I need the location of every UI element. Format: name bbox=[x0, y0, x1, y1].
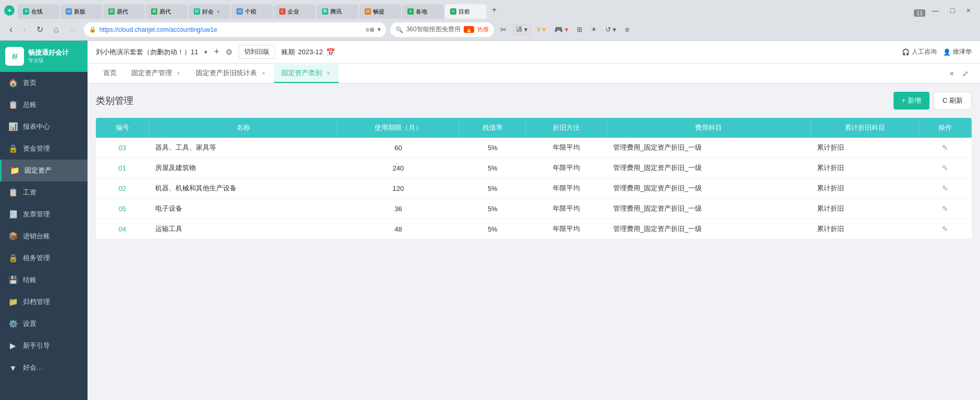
cell-id[interactable]: 05 bbox=[96, 199, 149, 219]
dropdown-icon[interactable]: ▾ bbox=[378, 26, 381, 33]
sidebar-item-label: 发票管理 bbox=[23, 210, 50, 219]
sidebar-item-fixed-assets[interactable]: 📁 固定资产 bbox=[0, 160, 88, 181]
cell-id[interactable]: 01 bbox=[96, 158, 149, 178]
search-box[interactable]: 🔍 360智能抠图免费用 🔥 热搜 bbox=[390, 22, 494, 37]
tab-close-icon[interactable]: × bbox=[175, 69, 181, 77]
tab-asset-category[interactable]: 固定资产类别 × bbox=[274, 64, 339, 83]
cell-name: 运输工具 bbox=[149, 219, 338, 239]
fixed-assets-icon: 📁 bbox=[10, 166, 19, 175]
tab-expand-button[interactable]: ⤢ bbox=[959, 68, 972, 79]
tab-restore-button[interactable]: × bbox=[947, 68, 957, 79]
cell-method: 年限平均 bbox=[526, 138, 607, 158]
edit-icon[interactable]: ✎ bbox=[942, 143, 948, 152]
cell-id[interactable]: 02 bbox=[96, 178, 149, 199]
sidebar-item-payroll[interactable]: 📋 工资 bbox=[0, 181, 88, 203]
undo-icon[interactable]: ↺ ▾ bbox=[603, 26, 619, 33]
table-header: 编号 名称 使用期限（月） 残值率 折旧方法 费用科目 累计折旧科目 操作 bbox=[96, 118, 972, 138]
translate-icon[interactable]: 译 ▾ bbox=[513, 25, 531, 35]
inventory-icon: 📦 bbox=[8, 232, 18, 241]
sidebar-item-archive[interactable]: 📁 归档管理 bbox=[0, 291, 88, 313]
tab-label: 各地 bbox=[416, 8, 427, 16]
cut-icon[interactable]: ✂ bbox=[498, 25, 509, 34]
minimize-button[interactable]: — bbox=[926, 4, 944, 17]
tab-close-icon[interactable]: × bbox=[217, 9, 220, 15]
calendar-icon[interactable]: 📅 bbox=[326, 48, 335, 56]
cell-id[interactable]: 03 bbox=[96, 138, 149, 158]
col-actions: 操作 bbox=[919, 118, 972, 138]
maximize-button[interactable]: □ bbox=[945, 4, 960, 17]
edit-icon[interactable]: ✎ bbox=[942, 164, 948, 172]
tab-close-icon[interactable]: × bbox=[325, 69, 331, 77]
forward-button[interactable]: › bbox=[20, 23, 29, 36]
sidebar-item-label: 首页 bbox=[23, 78, 36, 88]
finance-icon: 🔒 bbox=[8, 144, 18, 153]
home-icon: 🏠 bbox=[8, 78, 18, 88]
cell-method: 年限平均 bbox=[526, 199, 607, 219]
site-tools-icon[interactable]: ≡⊕ bbox=[366, 26, 375, 33]
invoice-icon: 🧾 bbox=[8, 210, 18, 219]
browser-menu-icon[interactable]: ≡ bbox=[623, 25, 631, 34]
sidebar-item-inventory[interactable]: 📦 进销台账 bbox=[0, 225, 88, 247]
tab-label: 个税 bbox=[245, 8, 256, 16]
cell-id[interactable]: 04 bbox=[96, 219, 149, 239]
address-input[interactable] bbox=[100, 26, 363, 33]
home-button[interactable]: ⌂ bbox=[51, 24, 62, 35]
sidebar: 好 畅捷通好会计 专业版 🏠 首页 📋 总账 📊 报表中心 🔒 资金管理 bbox=[0, 41, 88, 400]
switch-old-version-button[interactable]: 切到旧版 bbox=[239, 45, 275, 59]
tab-新版[interactable]: W 新版 bbox=[60, 4, 102, 19]
tab-在线[interactable]: ✦ 在线 bbox=[18, 4, 59, 19]
user-avatar-icon: 👤 bbox=[943, 49, 951, 56]
table-row: 03 器具、工具、家具等 60 5% 年限平均 管理费用_固定资产折旧_一级 累… bbox=[96, 138, 972, 158]
grid-icon[interactable]: ⊞ bbox=[575, 26, 585, 33]
sidebar-item-ledger[interactable]: 📋 总账 bbox=[0, 94, 88, 116]
tab-depreciation-table[interactable]: 固定资产折旧统计表 × bbox=[189, 64, 274, 83]
tab-企业[interactable]: C 企业 bbox=[274, 4, 316, 19]
cell-actions: ✎ bbox=[919, 158, 972, 178]
close-window-button[interactable]: × bbox=[961, 4, 976, 17]
settings-gear-button[interactable]: ⚙ bbox=[226, 47, 232, 57]
cell-name: 机器、机械和其他生产设备 bbox=[149, 178, 338, 199]
tab-fixed-assets-mgmt[interactable]: 固定资产管理 × bbox=[124, 64, 189, 83]
refresh-button[interactable]: C 刷新 bbox=[934, 92, 972, 110]
col-expense-subject: 费用科目 bbox=[607, 118, 811, 138]
tab-个税[interactable]: W 个税 bbox=[231, 4, 273, 19]
tab-目前[interactable]: S 目前 bbox=[445, 4, 487, 19]
edit-icon[interactable]: ✎ bbox=[942, 184, 948, 192]
new-tab-button[interactable]: + bbox=[488, 3, 501, 17]
back-button[interactable]: ‹ bbox=[6, 23, 16, 36]
table-row: 04 运输工具 48 5% 年限平均 管理费用_固定资产折旧_一级 累计折旧 ✎ bbox=[96, 219, 972, 239]
sidebar-item-closing[interactable]: 💾 结账 bbox=[0, 269, 88, 291]
edit-icon[interactable]: ✎ bbox=[942, 204, 948, 213]
edit-icon[interactable]: ✎ bbox=[942, 225, 948, 233]
sidebar-item-more[interactable]: ▼ 好会… bbox=[0, 357, 88, 379]
add-account-button[interactable]: + bbox=[214, 46, 219, 57]
tab-各地[interactable]: S 各地 bbox=[402, 4, 444, 19]
game-icon[interactable]: 🎮 ▾ bbox=[552, 26, 570, 33]
sidebar-item-label: 结账 bbox=[23, 275, 36, 285]
add-button[interactable]: + 新增 bbox=[894, 92, 929, 110]
sidebar-item-tax[interactable]: 🔒 税务管理 bbox=[0, 247, 88, 269]
sidebar-item-settings[interactable]: ⚙️ 设置 bbox=[0, 313, 88, 335]
tab-易代1[interactable]: 易 易代 bbox=[103, 4, 145, 19]
user-profile[interactable]: 👤 徐泽华 bbox=[943, 47, 972, 56]
bookmark-button[interactable]: ☆ bbox=[66, 23, 80, 35]
service-button[interactable]: 🎧 人工咨询 bbox=[902, 47, 937, 56]
currency-icon[interactable]: ¥ ▾ bbox=[535, 26, 548, 33]
dropdown-arrow-icon[interactable]: ▾ bbox=[204, 49, 207, 56]
tab-好会[interactable]: 好 好会 × bbox=[189, 4, 230, 19]
reload-button[interactable]: ↻ bbox=[33, 23, 46, 35]
cell-depreciation-subject: 累计折旧 bbox=[811, 199, 919, 219]
brightness-icon[interactable]: ☀ bbox=[589, 26, 599, 33]
sidebar-item-finance[interactable]: 🔒 资金管理 bbox=[0, 138, 88, 160]
tab-腾讯[interactable]: 腾 腾讯 bbox=[317, 4, 358, 19]
sidebar-item-home[interactable]: 🏠 首页 bbox=[0, 72, 88, 94]
cell-expense-subject: 管理费用_固定资产折旧_一级 bbox=[607, 199, 811, 219]
sidebar-item-invoice[interactable]: 🧾 发票管理 bbox=[0, 203, 88, 225]
sidebar-item-label: 固定资产 bbox=[24, 166, 52, 175]
sidebar-item-guide[interactable]: ▶ 新手引导 bbox=[0, 335, 88, 357]
tab-易代2[interactable]: 易 易代 bbox=[146, 4, 188, 19]
sidebar-item-reports[interactable]: 📊 报表中心 bbox=[0, 116, 88, 138]
tab-畅提[interactable]: M 畅提 bbox=[359, 4, 401, 19]
tab-close-icon[interactable]: × bbox=[260, 69, 266, 77]
tab-home[interactable]: 首页 bbox=[96, 64, 124, 83]
